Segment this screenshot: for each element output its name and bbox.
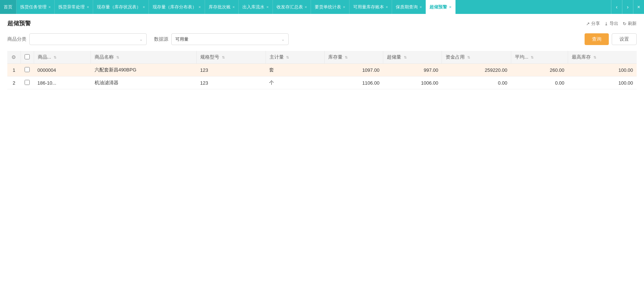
nav-item-5[interactable]: 库存批次账 ×	[205, 0, 239, 14]
category-select[interactable]: ⌄	[29, 33, 147, 45]
nav-label-1: 拣货任务管理	[20, 4, 47, 10]
settings-button[interactable]: 设置	[612, 33, 637, 45]
gear-icon[interactable]: ⚙	[11, 54, 16, 60]
nav-close-3[interactable]: ×	[143, 5, 145, 9]
nav-item-8[interactable]: 要货单统计表 ×	[311, 0, 349, 14]
table-header: ⚙ 商品... ⇅ 商品名称 ⇅ 规格型号 ⇅ 主计量	[7, 51, 637, 64]
td-avg-price-2: 0.00	[511, 77, 568, 89]
td-stock-2: 1106.00	[324, 77, 383, 89]
th-avg-price[interactable]: 平均... ⇅	[511, 51, 568, 64]
row-checkbox-2[interactable]	[25, 80, 30, 85]
datasource-chevron-icon: ⌄	[281, 37, 285, 42]
th-unit[interactable]: 主计量 ⇅	[266, 51, 324, 64]
share-button[interactable]: ↗ 分享	[586, 21, 600, 27]
table-body: 1 0000004 六配套新昌490BPG 123 套 1097.00 997.…	[7, 64, 637, 89]
th-spec[interactable]: 规格型号 ⇅	[197, 51, 266, 64]
th-label-stock: 库存量	[328, 54, 343, 60]
header-checkbox[interactable]	[25, 54, 30, 59]
nav-close-11[interactable]: ×	[449, 5, 451, 9]
nav-label-home: 首页	[4, 4, 12, 10]
datasource-select[interactable]: 可用量 ⌄	[171, 33, 289, 45]
th-max-stock[interactable]: 最高库存 ⇅	[568, 51, 637, 64]
page-content: 超储预警 ↗ 分享 ⤓ 导出 ↻ 刷新 商品分类 ⌄ 数据源	[0, 14, 644, 95]
th-label-product-code: 商品...	[38, 54, 51, 60]
nav-item-7[interactable]: 收发存汇总表 ×	[273, 0, 311, 14]
th-checkbox	[21, 51, 34, 64]
nav-item-2[interactable]: 拣货异常处理 ×	[55, 0, 93, 14]
td-unit-2: 个	[266, 77, 324, 89]
nav-label-2: 拣货异常处理	[58, 4, 85, 10]
nav-item-9[interactable]: 可用量库存账本 ×	[350, 0, 392, 14]
sort-icon-unit: ⇅	[286, 55, 289, 59]
nav-item-6[interactable]: 出入库流水 ×	[239, 0, 272, 14]
td-product-name-2: 机油滤清器	[91, 77, 197, 89]
nav-next-arrow[interactable]: ›	[622, 0, 633, 14]
filter-row: 商品分类 ⌄ 数据源 可用量 ⌄ 查询 设置	[7, 33, 637, 45]
refresh-label: 刷新	[628, 21, 637, 27]
nav-close-2[interactable]: ×	[87, 5, 89, 9]
sort-icon-spec: ⇅	[222, 55, 225, 59]
td-over-stock-1: 997.00	[383, 64, 442, 77]
nav-item-home[interactable]: 首页	[0, 0, 17, 14]
page-title: 超储预警	[7, 20, 31, 27]
row-checkbox-1[interactable]	[25, 67, 30, 72]
row-number-1: 1	[12, 67, 15, 73]
nav-item-11[interactable]: 超储预警 ×	[426, 0, 455, 14]
nav-item-1[interactable]: 拣货任务管理 ×	[17, 0, 55, 14]
row-number-2: 2	[12, 80, 15, 86]
nav-label-5: 库存批次账	[209, 4, 231, 10]
sort-icon-product-code: ⇅	[54, 55, 56, 59]
category-label: 商品分类	[7, 36, 26, 42]
sort-icon-stock: ⇅	[345, 55, 348, 59]
nav-close-6[interactable]: ×	[266, 5, 268, 9]
export-icon: ⤓	[604, 21, 608, 26]
table-row: 2 186-10... 机油滤清器 123 个 1106.00 1006.00 …	[7, 77, 637, 89]
th-product-code[interactable]: 商品... ⇅	[34, 51, 91, 64]
nav-close-arrow[interactable]: ×	[633, 0, 644, 14]
nav-label-9: 可用量库存账本	[353, 4, 384, 10]
nav-label-7: 收发存汇总表	[277, 4, 303, 10]
td-unit-1: 套	[266, 64, 324, 77]
th-stock[interactable]: 库存量 ⇅	[324, 51, 383, 64]
th-over-stock[interactable]: 超储量 ⇅	[383, 51, 442, 64]
td-capital-usage-1: 259220.00	[442, 64, 511, 77]
nav-close-8[interactable]: ×	[343, 5, 345, 9]
table-row: 1 0000004 六配套新昌490BPG 123 套 1097.00 997.…	[7, 64, 637, 77]
td-max-stock-1: 100.00	[568, 64, 637, 77]
nav-prev-arrow[interactable]: ‹	[611, 0, 622, 14]
th-gear: ⚙	[7, 51, 21, 64]
td-checkbox-1	[21, 64, 34, 77]
export-button[interactable]: ⤓ 导出	[604, 21, 618, 27]
nav-close-4[interactable]: ×	[198, 5, 201, 9]
category-chevron-icon: ⌄	[139, 37, 143, 42]
query-button[interactable]: 查询	[585, 33, 609, 45]
data-table: ⚙ 商品... ⇅ 商品名称 ⇅ 规格型号 ⇅ 主计量	[7, 51, 637, 89]
td-stock-1: 1097.00	[324, 64, 383, 77]
th-product-name[interactable]: 商品名称 ⇅	[91, 51, 197, 64]
sort-icon-capital-usage: ⇅	[467, 55, 470, 59]
th-capital-usage[interactable]: 资金占用 ⇅	[442, 51, 511, 64]
nav-item-4[interactable]: 现存量（库存分布表） ×	[149, 0, 205, 14]
td-row-num-1: 1	[7, 64, 21, 77]
nav-item-3[interactable]: 现存量（库存状况表） ×	[93, 0, 149, 14]
nav-label-11: 超储预警	[429, 4, 447, 10]
td-max-stock-2: 100.00	[568, 77, 637, 89]
sort-icon-over-stock: ⇅	[404, 55, 407, 59]
th-label-max-stock: 最高库存	[572, 54, 591, 60]
page-title-row: 超储预警 ↗ 分享 ⤓ 导出 ↻ 刷新	[7, 20, 637, 27]
nav-close-1[interactable]: ×	[48, 5, 51, 9]
td-product-name-1: 六配套新昌490BPG	[91, 64, 197, 77]
nav-item-10[interactable]: 保质期查询 ×	[392, 0, 426, 14]
sort-icon-avg-price: ⇅	[531, 55, 534, 59]
top-nav: 首页 拣货任务管理 × 拣货异常处理 × 现存量（库存状况表） × 现存量（库存…	[0, 0, 644, 14]
td-avg-price-1: 260.00	[511, 64, 568, 77]
th-label-unit: 主计量	[270, 54, 284, 60]
nav-close-5[interactable]: ×	[233, 5, 235, 9]
refresh-button[interactable]: ↻ 刷新	[623, 21, 637, 27]
nav-close-10[interactable]: ×	[420, 5, 422, 9]
nav-label-10: 保质期查询	[396, 4, 418, 10]
filter-category: 商品分类 ⌄	[7, 33, 147, 45]
title-actions: ↗ 分享 ⤓ 导出 ↻ 刷新	[586, 21, 637, 27]
nav-close-9[interactable]: ×	[386, 5, 388, 9]
nav-close-7[interactable]: ×	[305, 5, 307, 9]
